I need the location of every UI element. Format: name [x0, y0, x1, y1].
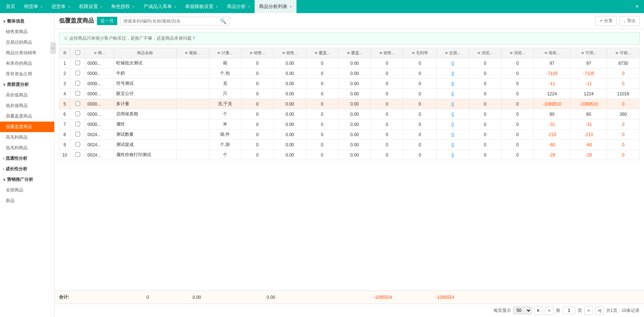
row-checkbox[interactable]	[75, 111, 80, 116]
row-checkbox[interactable]	[75, 71, 80, 75]
td-checkbox[interactable]	[70, 140, 85, 150]
row-checkbox[interactable]	[75, 60, 80, 65]
sidebar-section-growth[interactable]: › 成长性分析	[0, 164, 54, 174]
th-gross-rate[interactable]: ≑ 毛利率	[403, 48, 437, 58]
nav-close-icon[interactable]: ×	[100, 4, 102, 9]
th-cover2[interactable]: ≑ 覆盖...	[338, 48, 371, 58]
th-browse1[interactable]: ≑ 浏览...	[469, 48, 501, 58]
trade-link[interactable]: 0	[452, 112, 454, 117]
trade-link[interactable]: 0	[452, 152, 454, 158]
export-button[interactable]: ↓ 导出	[620, 16, 640, 26]
th-current[interactable]: ≑ 现有...	[534, 48, 570, 58]
td-checkbox[interactable]	[70, 68, 85, 79]
sidebar-item-all-goods[interactable]: 全部商品	[0, 185, 54, 195]
next-page-button[interactable]: >	[584, 306, 593, 315]
row-checkbox[interactable]	[75, 132, 80, 136]
th-trade[interactable]: ≑ 交易...	[436, 48, 469, 58]
td-gross-rate: 0	[403, 68, 437, 79]
sidebar-item-new-goods[interactable]: 新品	[0, 195, 54, 206]
nav-product-analysis[interactable]: 商品分析 ×	[223, 0, 255, 13]
row-checkbox[interactable]	[75, 142, 80, 147]
nav-role-auth[interactable]: 角色授权 ×	[107, 0, 139, 13]
sidebar-item-sales-goods[interactable]: 销售类商品	[0, 27, 54, 37]
filter-button[interactable]: 近一月	[97, 17, 117, 25]
th-code[interactable]: ≑ 商...	[85, 48, 114, 58]
td-checkbox[interactable]	[70, 130, 85, 140]
trade-link[interactable]: 0	[452, 61, 454, 66]
nav-close-icon[interactable]: ×	[174, 4, 176, 9]
th-sellable[interactable]: ≑ 可销...	[607, 48, 640, 58]
td-name: 启用保质期	[114, 109, 176, 119]
th-browse2[interactable]: ≑ 浏览...	[501, 48, 534, 58]
sidebar-section-marketing[interactable]: ∨ 营销推广分析	[0, 174, 54, 185]
last-page-button[interactable]: >|	[595, 306, 604, 315]
trade-link[interactable]: 0	[452, 71, 454, 76]
td-checkbox[interactable]	[70, 79, 85, 89]
sidebar-item-high-margin[interactable]: 高毛利商品	[0, 132, 54, 143]
nav-close-icon[interactable]: ×	[40, 4, 43, 9]
td-current: -7105	[534, 68, 570, 79]
row-checkbox[interactable]	[75, 101, 80, 106]
td-checkbox[interactable]	[70, 109, 85, 119]
sidebar-item-high-value[interactable]: 高价值商品	[0, 90, 54, 100]
th-sales-data[interactable]: ≑ 销售...	[371, 48, 403, 58]
search-icon[interactable]: 🔍	[220, 18, 226, 24]
sidebar-item-category-rate[interactable]: 商品分类动销率	[0, 48, 54, 58]
td-checkbox[interactable]	[70, 99, 85, 109]
nav-close-icon[interactable]: ×	[216, 4, 218, 9]
sidebar-item-high-coverage[interactable]: 高覆盖度商品	[0, 111, 54, 122]
sidebar-section-overall[interactable]: ∨ 整体信息	[0, 16, 54, 27]
nav-sales-order[interactable]: 销货单 ×	[20, 0, 47, 13]
nav-home[interactable]: 首页	[1, 0, 20, 13]
share-button[interactable]: ↗ 分享	[595, 16, 617, 26]
search-input[interactable]	[123, 19, 220, 24]
row-checkbox[interactable]	[75, 152, 80, 157]
nav-close-icon[interactable]: ×	[68, 4, 70, 9]
th-settings[interactable]: ⚙	[59, 48, 70, 58]
th-unit[interactable]: ≑ 计量...	[209, 48, 241, 58]
sidebar-collapse-button[interactable]: «	[50, 42, 56, 54]
trade-link[interactable]: 0	[452, 122, 454, 127]
nav-close-icon[interactable]: ×	[132, 4, 134, 9]
nav-close-icon[interactable]: ×	[290, 4, 292, 9]
trade-link[interactable]: 0	[452, 132, 454, 137]
sidebar-item-in-stock[interactable]: 有库存的商品	[0, 58, 54, 69]
current-page-input[interactable]	[562, 307, 576, 314]
th-name[interactable]: 商品名称	[114, 48, 176, 58]
select-all-checkbox[interactable]	[75, 50, 80, 55]
page-size-select[interactable]: 50 20 100	[513, 306, 532, 314]
nav-template-settings[interactable]: 单据模板设置 ×	[181, 0, 222, 13]
nav-product-warehouse[interactable]: 产成品入库单 ×	[139, 0, 181, 13]
window-close-button[interactable]: ×	[632, 1, 643, 12]
nav-purchase-order[interactable]: 进货单 ×	[47, 0, 74, 13]
th-spec[interactable]: ≑ 规格...	[176, 48, 209, 58]
sidebar-section-circulation[interactable]: › 流通性分析	[0, 153, 54, 164]
row-checkbox[interactable]	[75, 81, 80, 86]
sidebar-item-inventory-capital[interactable]: 库存资金占用	[0, 69, 54, 79]
sidebar-item-traded-goods[interactable]: 交易过的商品	[0, 37, 54, 48]
sidebar-item-low-value[interactable]: 低价值商品	[0, 100, 54, 111]
td-checkbox[interactable]	[70, 89, 85, 99]
row-checkbox[interactable]	[75, 122, 80, 126]
sidebar-item-low-margin[interactable]: 低毛利商品	[0, 143, 54, 153]
row-checkbox[interactable]	[75, 91, 80, 96]
trade-link[interactable]: 0	[452, 142, 454, 147]
td-checkbox[interactable]	[70, 150, 85, 160]
first-page-button[interactable]: K	[534, 306, 543, 315]
nav-permission-settings[interactable]: 权限设置 ×	[75, 0, 107, 13]
th-sales-amount[interactable]: ≑ 销售...	[274, 48, 306, 58]
th-cover1[interactable]: ≑ 覆盖...	[306, 48, 338, 58]
th-sales-count[interactable]: ≑ 销售...	[241, 48, 274, 58]
sidebar-section-cluster[interactable]: ∨ 类群度分析	[0, 79, 54, 90]
nav-close-icon[interactable]: ×	[248, 4, 250, 9]
trade-link[interactable]: 0	[452, 81, 454, 86]
prev-page-button[interactable]: <	[545, 306, 554, 315]
sidebar-item-low-coverage[interactable]: 低覆盖度商品	[0, 122, 54, 132]
th-available[interactable]: ≑ 可用...	[570, 48, 607, 58]
td-checkbox[interactable]	[70, 58, 85, 68]
td-checkbox[interactable]	[70, 119, 85, 130]
trade-link[interactable]: 0	[452, 91, 454, 96]
trade-link[interactable]: 0	[452, 102, 454, 107]
th-checkbox[interactable]	[70, 48, 85, 58]
nav-product-analysis-list[interactable]: 商品分析列表 ×	[255, 0, 296, 13]
